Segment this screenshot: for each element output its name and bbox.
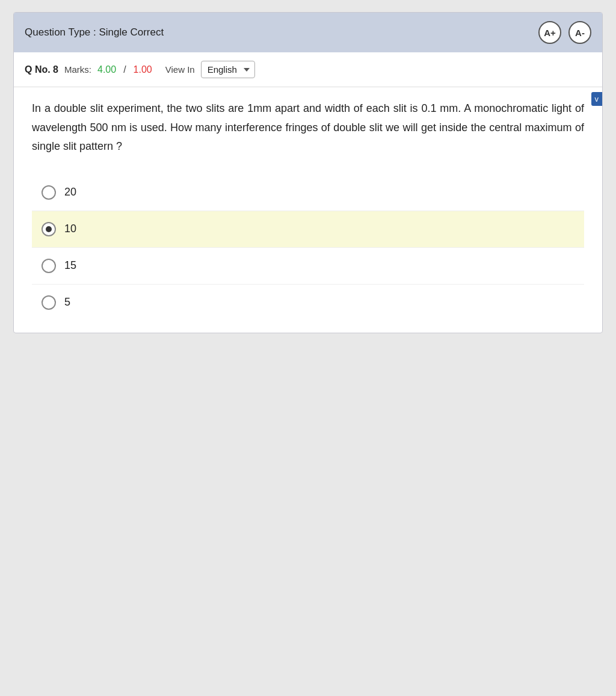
option-item[interactable]: 10: [32, 211, 584, 248]
radio-circle-option-b: [42, 222, 56, 236]
option-label-d: 5: [64, 296, 70, 309]
question-card: Question Type : Single Correct A+ A- Q N…: [13, 12, 603, 333]
option-item[interactable]: 15: [32, 248, 584, 285]
view-in-label: View In: [165, 64, 195, 75]
marks-negative-value: 1.00: [134, 64, 152, 75]
marks-positive-value: 4.00: [97, 64, 116, 75]
options-list: 2010155: [32, 174, 584, 321]
question-type-label: Question Type : Single Correct: [25, 26, 531, 38]
question-body: v In a double slit experiment, the two s…: [14, 87, 602, 333]
meta-bar: Q No. 8 Marks: 4.00 / 1.00 View In Engli…: [14, 52, 602, 87]
font-decrease-button[interactable]: A-: [568, 21, 591, 44]
radio-circle-option-a: [42, 185, 56, 200]
option-label-a: 20: [64, 186, 76, 199]
radio-circle-option-d: [42, 295, 56, 310]
question-text: In a double slit experiment, the two sli…: [32, 99, 584, 156]
card-header: Question Type : Single Correct A+ A-: [14, 13, 602, 52]
radio-circle-option-c: [42, 259, 56, 273]
option-label-c: 15: [64, 259, 76, 272]
scroll-indicator[interactable]: v: [591, 92, 603, 106]
question-number: Q No. 8: [25, 64, 58, 75]
marks-label: Marks:: [64, 64, 91, 75]
option-item[interactable]: 5: [32, 285, 584, 321]
language-select[interactable]: EnglishHindi: [201, 61, 255, 78]
option-label-b: 10: [64, 223, 76, 235]
marks-separator: /: [123, 64, 126, 75]
option-item[interactable]: 20: [32, 174, 584, 211]
font-increase-button[interactable]: A+: [538, 21, 561, 44]
